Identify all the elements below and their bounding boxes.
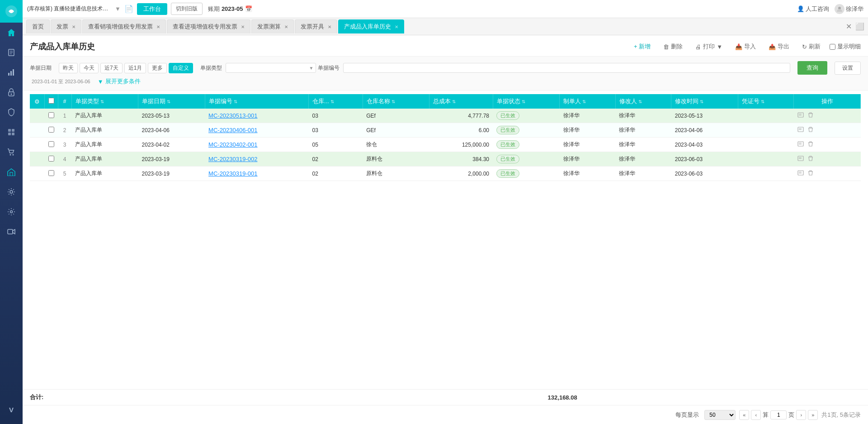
- th-number[interactable]: 单据编号⇅: [205, 94, 308, 109]
- row-view-icon[interactable]: [797, 126, 804, 134]
- number-input[interactable]: [343, 63, 790, 73]
- row-delete-icon[interactable]: [807, 112, 814, 119]
- app-dropdown-icon[interactable]: ▼: [115, 5, 121, 12]
- row-number-link[interactable]: MC-20230513-001: [208, 112, 257, 119]
- print-dropdown-icon[interactable]: ▼: [717, 43, 722, 50]
- last-page-btn[interactable]: »: [808, 410, 818, 420]
- sidebar-item-settings[interactable]: [0, 202, 23, 222]
- row-checkbox-1[interactable]: [48, 127, 54, 133]
- refresh-button[interactable]: ↻ 刷新: [798, 41, 824, 52]
- row-checkbox-0[interactable]: [48, 112, 54, 118]
- app-logo[interactable]: [0, 0, 23, 23]
- th-modifier[interactable]: 修改人⇅: [615, 94, 671, 109]
- per-page-select[interactable]: 50 100: [704, 410, 736, 420]
- row-checkbox-cell[interactable]: [44, 138, 58, 152]
- th-total-cost[interactable]: 总成本⇅: [429, 94, 493, 109]
- query-button[interactable]: 查询: [797, 61, 827, 75]
- new-button[interactable]: + 新增: [630, 41, 654, 52]
- tab-history-close[interactable]: ✕: [395, 24, 398, 29]
- row-view-icon[interactable]: [797, 141, 804, 148]
- row-number-link[interactable]: MC-20230406-001: [208, 127, 257, 133]
- print-button[interactable]: 🖨 打印 ▼: [692, 41, 726, 52]
- import-button[interactable]: 📥 导入: [731, 41, 760, 52]
- date-btn-yesterday[interactable]: 昨天: [59, 63, 78, 73]
- sidebar-item-shield[interactable]: [0, 102, 23, 122]
- th-checkbox[interactable]: [44, 94, 58, 109]
- sidebar-item-v[interactable]: V: [0, 400, 23, 419]
- row-number-link[interactable]: MC-20230319-002: [208, 156, 257, 162]
- th-settings[interactable]: ⚙: [30, 94, 44, 109]
- row-checkbox-cell[interactable]: [44, 109, 58, 123]
- prev-page-btn[interactable]: ‹: [751, 410, 761, 420]
- column-settings-icon[interactable]: ⚙: [34, 98, 40, 105]
- sidebar-item-production[interactable]: [0, 182, 23, 202]
- user-menu[interactable]: 徐泽华: [835, 4, 863, 14]
- sidebar-item-purchase[interactable]: [0, 142, 23, 162]
- tab-purchase-invoice[interactable]: 查看进项增值税专用发票 ✕: [167, 19, 250, 33]
- next-page-btn[interactable]: ›: [796, 410, 806, 420]
- row-checkbox-4[interactable]: [48, 170, 54, 176]
- date-btn-7days[interactable]: 近7天: [100, 63, 123, 73]
- topbar-doc-icon[interactable]: 📄: [124, 5, 133, 13]
- setting-button[interactable]: 设置: [835, 62, 861, 75]
- row-delete-icon[interactable]: [807, 155, 814, 163]
- tab-product-history[interactable]: 产成品入库单历史 ✕: [338, 19, 404, 33]
- row-delete-icon[interactable]: [807, 170, 814, 177]
- date-btn-custom[interactable]: 自定义: [169, 63, 193, 73]
- th-date[interactable]: 单据日期⇅: [138, 94, 205, 109]
- tab-sales-close[interactable]: ✕: [156, 24, 160, 29]
- date-btn-today[interactable]: 今天: [80, 63, 99, 73]
- tab-sales-invoice[interactable]: 查看销项增值税专用发票 ✕: [82, 19, 166, 33]
- sidebar-item-analytics[interactable]: [0, 62, 23, 82]
- tab-maximize[interactable]: ⬜: [855, 22, 864, 31]
- row-view-icon[interactable]: [797, 155, 804, 163]
- th-warehouse-name[interactable]: 仓库名称⇅: [363, 94, 429, 109]
- th-type[interactable]: 单据类型⇅: [71, 94, 138, 109]
- row-number[interactable]: MC-20230319-002: [205, 152, 308, 167]
- date-btn-1month[interactable]: 近1月: [124, 63, 146, 73]
- tab-open-close[interactable]: ✕: [328, 24, 331, 29]
- workspace-button[interactable]: 工作台: [137, 3, 167, 15]
- show-detail-input[interactable]: [830, 44, 835, 50]
- tab-invoice-close[interactable]: ✕: [72, 24, 75, 29]
- row-number[interactable]: MC-20230402-001: [205, 138, 308, 152]
- sidebar-item-home[interactable]: [0, 23, 23, 43]
- select-all-checkbox[interactable]: [48, 98, 54, 104]
- row-checkbox-2[interactable]: [48, 141, 54, 147]
- export-button[interactable]: 📤 导出: [765, 41, 793, 52]
- row-view-icon[interactable]: [797, 112, 804, 119]
- row-number[interactable]: MC-20230406-001: [205, 123, 308, 138]
- tab-invoice[interactable]: 发票 ✕: [51, 19, 81, 33]
- tab-home[interactable]: 首页: [26, 19, 50, 33]
- tab-invoice-calc[interactable]: 发票测算 ✕: [251, 19, 294, 33]
- row-checkbox-cell[interactable]: [44, 167, 58, 181]
- date-btn-more[interactable]: 更多: [148, 63, 167, 73]
- row-checkbox-cell[interactable]: [44, 152, 58, 167]
- old-version-button[interactable]: 切到旧版: [171, 3, 203, 15]
- row-delete-icon[interactable]: [807, 141, 814, 148]
- calendar-icon[interactable]: 📅: [245, 5, 252, 12]
- th-modify-time[interactable]: 修改时间⇅: [671, 94, 738, 109]
- row-number-link[interactable]: MC-20230402-001: [208, 141, 257, 148]
- th-status[interactable]: 单据状态⇅: [493, 94, 560, 109]
- th-creator[interactable]: 制单人⇅: [560, 94, 616, 109]
- row-view-icon[interactable]: [797, 170, 804, 177]
- sidebar-item-warehouse[interactable]: [0, 162, 23, 182]
- row-delete-icon[interactable]: [807, 126, 814, 134]
- tab-invoice-open[interactable]: 发票开具 ✕: [295, 19, 337, 33]
- tab-close-all[interactable]: ✕: [846, 22, 852, 31]
- row-number[interactable]: MC-20230319-001: [205, 167, 308, 181]
- row-number-link[interactable]: MC-20230319-001: [208, 170, 257, 177]
- sidebar-item-grid[interactable]: [0, 122, 23, 142]
- th-warehouse-code[interactable]: 仓库...⇅: [309, 94, 363, 109]
- sidebar-item-video[interactable]: [0, 222, 23, 242]
- row-checkbox-3[interactable]: [48, 156, 54, 162]
- tab-calc-close[interactable]: ✕: [284, 24, 288, 29]
- row-number[interactable]: MC-20230513-001: [205, 109, 308, 123]
- th-voucher[interactable]: 凭证号⇅: [738, 94, 794, 109]
- type-select[interactable]: [226, 63, 316, 73]
- delete-button[interactable]: 🗑 删除: [660, 41, 686, 52]
- first-page-btn[interactable]: «: [739, 410, 749, 420]
- sidebar-item-lock[interactable]: [0, 82, 23, 102]
- help-button[interactable]: 👤 人工咨询: [797, 5, 829, 13]
